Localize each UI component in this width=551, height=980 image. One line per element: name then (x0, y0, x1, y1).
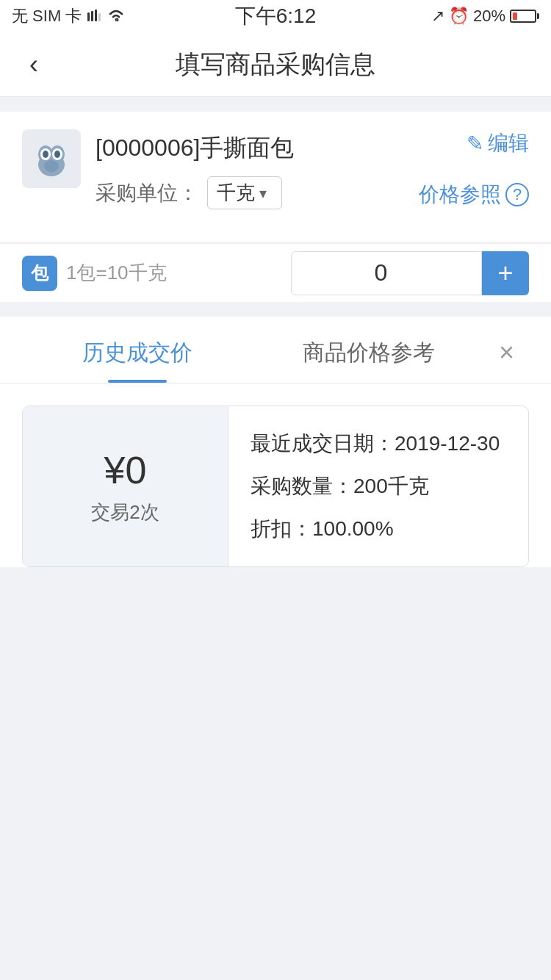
battery-percent: 20% (473, 7, 505, 26)
quantity-input[interactable] (291, 251, 482, 295)
trade-count: 交易2次 (91, 500, 159, 525)
svg-point-9 (43, 151, 48, 158)
page-title: 填写商品采购信息 (176, 48, 375, 82)
quantity-increment-button[interactable]: + (482, 251, 529, 295)
tabs-section: 历史成交价 商品价格参考 × ¥0 交易2次 最近成交日期：2019-12-30… (0, 317, 551, 567)
trade-recent-date: 最近成交日期：2019-12-30 (251, 428, 506, 459)
svg-rect-2 (95, 10, 97, 21)
content-area (0, 589, 551, 980)
svg-rect-1 (91, 11, 93, 21)
price-ref-help-icon: ? (505, 183, 529, 206)
trade-quantity: 采购数量：200千克 (251, 471, 506, 502)
status-carrier: 无 SIM 卡 (12, 5, 124, 27)
tab-product-price-reference[interactable]: 商品价格参考 (253, 317, 483, 383)
back-button[interactable]: ‹ (22, 42, 46, 87)
status-bar: 无 SIM 卡 下午6:12 ↗ ⏰ 20% (0, 0, 551, 32)
quantity-input-row: + (291, 251, 529, 295)
tabs-header: 历史成交价 商品价格参考 × (0, 317, 551, 383)
status-right: ↗ ⏰ 20% (431, 7, 539, 26)
product-image (22, 129, 81, 188)
svg-point-10 (54, 151, 60, 158)
sim-icon (87, 7, 102, 26)
trade-price: ¥0 (104, 448, 147, 492)
price-reference-button[interactable]: 价格参照 ? (419, 181, 529, 209)
svg-rect-0 (87, 12, 90, 21)
status-time: 下午6:12 (235, 2, 317, 30)
package-icon: 包 (22, 256, 57, 291)
trade-card: ¥0 交易2次 最近成交日期：2019-12-30 采购数量：200千克 折扣：… (22, 406, 529, 567)
svg-point-11 (44, 160, 59, 172)
battery-icon (510, 10, 539, 23)
unit-label: 采购单位： (96, 179, 198, 207)
trade-discount: 折扣：100.00% (251, 514, 506, 544)
tabs-close-button[interactable]: × (484, 317, 529, 383)
nav-bar: ‹ 填写商品采购信息 (0, 32, 551, 97)
tab-history-price[interactable]: 历史成交价 (22, 317, 253, 383)
unit-dropdown-arrow: ▾ (259, 184, 267, 202)
product-section: [0000006]手撕面包 采购单位： 千克 ▾ ✎ 编辑 价格参照 ? (0, 112, 551, 242)
trade-card-price-summary: ¥0 交易2次 (23, 406, 228, 566)
product-name: [0000006]手撕面包 (96, 132, 294, 165)
edit-button[interactable]: ✎ 编辑 (467, 129, 529, 157)
package-section: 包 1包=10千克 + (0, 243, 551, 302)
trade-card-details: 最近成交日期：2019-12-30 采购数量：200千克 折扣：100.00% (228, 406, 528, 566)
product-info: [0000006]手撕面包 采购单位： 千克 ▾ (96, 129, 294, 209)
wifi-icon (108, 7, 124, 26)
alarm-icon: ⏰ (449, 7, 469, 26)
svg-rect-3 (98, 13, 101, 21)
package-label: 1包=10千克 (66, 260, 167, 286)
location-icon: ↗ (431, 7, 444, 26)
edit-icon: ✎ (467, 131, 483, 156)
unit-selector[interactable]: 千克 ▾ (207, 176, 282, 209)
